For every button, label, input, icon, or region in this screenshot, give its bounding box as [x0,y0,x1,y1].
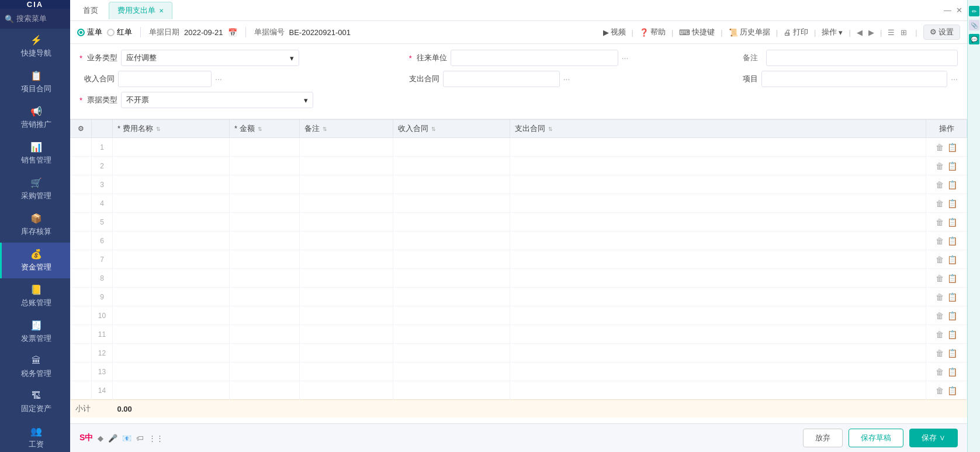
sidebar-item-quick-nav[interactable]: ⚡ 快捷导航 [0,29,70,64]
row-remark[interactable] [300,175,393,194]
sidebar-item-project-contract[interactable]: 📋 项目合同 [0,64,70,100]
list-view-icon[interactable]: ☰ [888,28,895,37]
right-panel-edit-icon[interactable]: ✏ [969,6,979,16]
copy-row-icon[interactable]: 📋 [947,236,957,246]
sidebar-item-accounting[interactable]: 📒 总账管理 [0,278,70,314]
row-expense-contract[interactable] [510,250,926,269]
project-ellipsis[interactable]: ··· [951,74,958,84]
row-expense-name[interactable] [113,306,230,325]
operate-action[interactable]: 操作 ▾ [822,27,843,37]
row-remark[interactable] [300,325,393,344]
col-remark[interactable]: 备注 ⇅ [300,120,393,138]
row-amount[interactable] [230,138,300,157]
row-expense-contract[interactable] [510,194,926,213]
partner-ellipsis[interactable]: ··· [622,53,629,63]
invoice-type-select[interactable]: 不开票 ▾ [121,92,313,108]
row-amount[interactable] [230,344,300,363]
tag-icon[interactable]: 🏷 [136,434,144,443]
sidebar-item-inventory[interactable]: 📦 库存核算 [0,207,70,243]
radio-blue[interactable]: 蓝单 [77,27,102,37]
row-expense-name[interactable] [113,288,230,306]
row-income-contract[interactable] [393,213,510,232]
copy-row-icon[interactable]: 📋 [947,255,957,264]
row-expense-contract[interactable] [510,175,926,194]
sidebar-item-sales-promotion[interactable]: 📢 营销推广 [0,100,70,136]
row-amount[interactable] [230,288,300,306]
copy-row-icon[interactable]: 📋 [947,218,957,227]
row-income-contract[interactable] [393,157,510,175]
row-amount[interactable] [230,306,300,325]
row-amount[interactable] [230,381,300,400]
row-amount[interactable] [230,175,300,194]
right-panel-attach-icon[interactable]: 📎 [969,20,979,30]
row-amount[interactable] [230,363,300,381]
shortcut-action[interactable]: ⌨ 快捷键 [679,27,715,37]
save-draft-button[interactable]: 保存草稿 [849,429,903,447]
sidebar-item-invoice[interactable]: 🧾 发票管理 [0,314,70,350]
row-expense-contract[interactable] [510,381,926,400]
copy-row-icon[interactable]: 📋 [947,292,957,302]
row-remark[interactable] [300,288,393,306]
copy-row-icon[interactable]: 📋 [947,367,957,377]
sidebar-item-fixed-assets[interactable]: 🏗 固定资产 [0,385,70,420]
sidebar-item-sales-mgmt[interactable]: 📊 销售管理 [0,136,70,171]
nav-prev-icon[interactable]: ◀ [857,28,863,37]
tab-home[interactable]: 首页 [75,2,106,19]
row-amount[interactable] [230,213,300,232]
delete-row-icon[interactable]: 🗑 [936,367,944,377]
nav-next-icon[interactable]: ▶ [868,28,874,37]
window-close-icon[interactable]: ✕ [956,6,962,15]
diamond-icon[interactable]: ◆ [98,434,103,443]
row-expense-name[interactable] [113,381,230,400]
row-amount[interactable] [230,232,300,250]
row-remark[interactable] [300,213,393,232]
sidebar-item-purchase-mgmt[interactable]: 🛒 采购管理 [0,171,70,207]
row-expense-name[interactable] [113,138,230,157]
partner-input[interactable] [451,50,618,66]
row-income-contract[interactable] [393,363,510,381]
discard-button[interactable]: 放弃 [803,429,843,447]
row-income-contract[interactable] [393,381,510,400]
row-income-contract[interactable] [393,269,510,288]
radio-red[interactable]: 红单 [107,27,132,37]
delete-row-icon[interactable]: 🗑 [936,274,944,283]
row-amount[interactable] [230,194,300,213]
row-expense-contract[interactable] [510,344,926,363]
row-expense-name[interactable] [113,194,230,213]
row-expense-contract[interactable] [510,232,926,250]
delete-row-icon[interactable]: 🗑 [936,180,944,189]
mic-icon[interactable]: 🎤 [108,434,117,443]
sidebar-search[interactable]: 🔍 搜索菜单 [0,9,70,29]
row-amount[interactable] [230,269,300,288]
delete-row-icon[interactable]: 🗑 [936,311,944,320]
more-icon[interactable]: ⋮⋮ [148,434,164,443]
calendar-icon[interactable]: 📅 [228,28,237,37]
expense-contract-input[interactable] [443,71,560,87]
row-income-contract[interactable] [393,138,510,157]
row-expense-contract[interactable] [510,269,926,288]
help-action[interactable]: ❓ 帮助 [639,27,666,37]
row-income-contract[interactable] [393,288,510,306]
copy-row-icon[interactable]: 📋 [947,349,957,358]
video-action[interactable]: ▶ 视频 [603,27,626,37]
delete-row-icon[interactable]: 🗑 [936,386,944,395]
copy-row-icon[interactable]: 📋 [947,274,957,283]
row-expense-name[interactable] [113,157,230,175]
copy-row-icon[interactable]: 📋 [947,143,957,152]
row-expense-name[interactable] [113,344,230,363]
expense-contract-ellipsis[interactable]: ··· [563,74,570,84]
row-remark[interactable] [300,194,393,213]
window-minimize-icon[interactable]: — [944,6,951,15]
row-expense-name[interactable] [113,232,230,250]
row-expense-contract[interactable] [510,363,926,381]
row-remark[interactable] [300,381,393,400]
row-expense-contract[interactable] [510,306,926,325]
delete-row-icon[interactable]: 🗑 [936,236,944,246]
row-expense-name[interactable] [113,325,230,344]
row-remark[interactable] [300,269,393,288]
biz-type-select[interactable]: 应付调整 ▾ [121,50,299,66]
grid-view-icon[interactable]: ⊞ [901,28,907,37]
print-action[interactable]: 🖨 打印 [784,27,808,37]
row-income-contract[interactable] [393,344,510,363]
row-expense-name[interactable] [113,269,230,288]
